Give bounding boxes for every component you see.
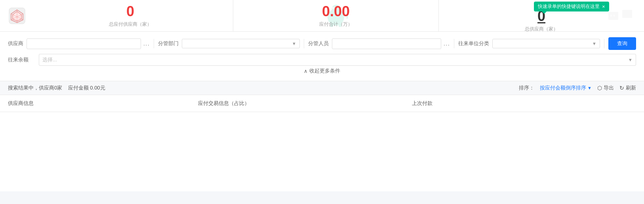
col-header-supplier: 供应商信息 [8, 100, 198, 107]
divider-4 [604, 39, 604, 48]
result-text: 搜索结果中，供应商0家 [8, 85, 62, 91]
payable-total-label: 应付合计（万） [319, 21, 352, 28]
top-stats-bar: 0 总应付供应商（家） 0.00 应付合计（万） 快速录单的快捷键说明在这里 × [0, 0, 644, 32]
supplier-input[interactable] [27, 38, 141, 49]
dept-select[interactable]: ▼ [182, 39, 300, 48]
balance-chevron-icon: ▼ [628, 57, 633, 62]
dept-chevron-icon: ▼ [292, 41, 296, 46]
balance-label: 往来余额 [8, 56, 36, 63]
col-header-lastpay: 上次付款 [412, 100, 636, 107]
sort-label: 排序： [519, 84, 534, 92]
search-row-1: 供应商 ... 分管部门 ▼ 分管人员 ... 往来单位分类 ▼ [8, 37, 636, 50]
collapse-row: ∧ 收起更多条件 [8, 66, 636, 78]
payable-total-number: 0.00 [319, 4, 352, 19]
payable-suppliers-number: 0 [109, 4, 152, 19]
supplier-more-btn[interactable]: ... [143, 40, 150, 47]
divider-1 [154, 39, 154, 48]
tooltip-dot [541, 0, 545, 0]
search-row-2: 往来余额 选择... ▼ [8, 54, 636, 66]
sort-value: 按应付会额倒序排序 [540, 84, 586, 92]
tooltip-bubble: 快速录单的快捷键说明在这里 × [534, 2, 609, 11]
total-suppliers-label: 总供应商（家） [525, 26, 558, 32]
collapse-label: 收起更多条件 [309, 67, 340, 74]
search-area: 供应商 ... 分管部门 ▼ 分管人员 ... 往来单位分类 ▼ [0, 32, 644, 81]
balance-placeholder: 选择... [42, 56, 57, 63]
balance-select[interactable]: 选择... ▼ [39, 54, 636, 66]
stat-total-suppliers: 快速录单的快捷键说明在这里 × 0 总供应商（家） [439, 0, 644, 31]
supplier-field: 供应商 ... [8, 38, 150, 49]
col-header-transaction: 应付交易信息（占比） [198, 100, 412, 107]
result-info: 搜索结果中，供应商0家 应付金额 0.00元 [8, 84, 105, 92]
divider-3 [454, 39, 454, 48]
sort-chevron-icon: ▼ [587, 86, 592, 90]
collapse-chevron-up-icon: ∧ [304, 68, 308, 74]
tooltip-text: 快速录单的快捷键说明在这里 [538, 3, 600, 10]
data-table: 供应商信息 应付交易信息（占比） 上次付款 [0, 95, 644, 191]
export-label: 导出 [604, 84, 614, 92]
sort-select[interactable]: 按应付会额倒序排序 ▼ [540, 84, 592, 92]
export-button[interactable]: ⬡ 导出 [597, 84, 614, 92]
suppliers-icon [608, 8, 632, 24]
tooltip-close-btn[interactable]: × [602, 4, 605, 9]
svg-rect-14 [614, 15, 615, 16]
unit-class-chevron-icon: ▼ [592, 41, 596, 46]
empty-area [0, 112, 644, 191]
supplier-label: 供应商 [8, 40, 23, 47]
divider-2 [304, 39, 304, 48]
person-input[interactable] [332, 38, 441, 49]
result-actions: 排序： 按应付会额倒序排序 ▼ ⬡ 导出 ↻ 刷新 [519, 84, 636, 92]
dept-label: 分管部门 [158, 40, 179, 47]
collapse-button[interactable]: ∧ 收起更多条件 [304, 67, 340, 74]
refresh-label: 刷新 [626, 84, 636, 92]
refresh-icon: ↻ [619, 85, 624, 91]
person-more-btn[interactable]: ... [444, 40, 450, 47]
query-button[interactable]: 查询 [608, 37, 636, 50]
unit-class-select[interactable]: ▼ [492, 39, 600, 48]
svg-rect-13 [610, 15, 612, 16]
unit-class-label: 往来单位分类 [458, 40, 489, 47]
person-label: 分管人员 [308, 40, 329, 47]
stat-payable-suppliers: 0 总应付供应商（家） [0, 0, 233, 31]
refresh-button[interactable]: ↻ 刷新 [619, 84, 636, 92]
result-amount: 应付金额 0.00元 [68, 85, 105, 91]
result-bar: 搜索结果中，供应商0家 应付金额 0.00元 排序： 按应付会额倒序排序 ▼ ⬡… [0, 81, 644, 95]
logo-icon [7, 6, 27, 26]
svg-rect-12 [622, 10, 632, 18]
unit-class-field: 往来单位分类 ▼ [458, 39, 600, 48]
stat-payable-total: 0.00 应付合计（万） [233, 0, 439, 31]
dept-field: 分管部门 ▼ [158, 39, 300, 48]
person-field: 分管人员 ... [308, 38, 450, 49]
export-icon: ⬡ [597, 85, 602, 91]
table-header: 供应商信息 应付交易信息（占比） 上次付款 [0, 95, 644, 112]
payable-suppliers-label: 总应付供应商（家） [109, 21, 152, 28]
